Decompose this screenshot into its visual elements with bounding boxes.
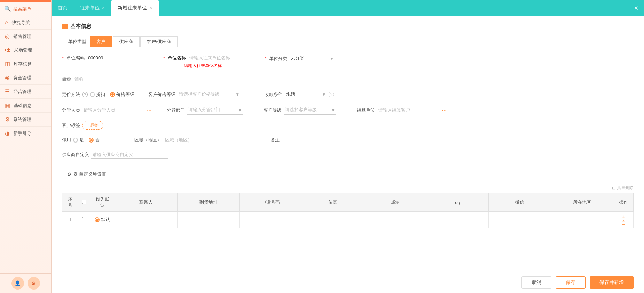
disabled-radio-no[interactable]: 否 <box>89 137 100 143</box>
sidebar-item-operations[interactable]: ☰ 经营管理 <box>0 85 51 99</box>
tab-bar-global-close[interactable]: ✕ <box>628 5 644 11</box>
sidebar-item-label: 采购管理 <box>14 47 32 53</box>
manager-ellipsis[interactable]: ··· <box>146 107 153 113</box>
row-address[interactable] <box>177 212 239 228</box>
region-table-input[interactable] <box>555 217 610 222</box>
email-input[interactable] <box>368 217 423 222</box>
save-new-button[interactable]: 保存并新增 <box>590 276 634 289</box>
unit-type-row: 单位类型 客户 供应商 客户/供应商 <box>62 36 634 47</box>
tab-contacts[interactable]: 往来单位 ✕ <box>74 0 111 16</box>
region-ellipsis[interactable]: ··· <box>228 137 236 143</box>
sidebar-search[interactable]: 🔍 搜索菜单 <box>0 2 51 16</box>
address-input[interactable] <box>181 217 236 222</box>
sidebar-settings[interactable]: ⚙ <box>28 277 40 290</box>
supplier-custom-input[interactable] <box>91 150 168 159</box>
radio-discount-label: 折扣 <box>96 91 105 98</box>
payment-help-icon[interactable]: ? <box>329 92 334 97</box>
sidebar-item-sales[interactable]: ◎ 销售管理 <box>0 30 51 43</box>
sidebar-item-system[interactable]: ⚙ 系统管理 <box>0 113 51 127</box>
pricing-radio-discount[interactable]: 折扣 <box>90 91 105 98</box>
sidebar-item-purchase[interactable]: 🛍 采购管理 <box>0 43 51 57</box>
custom-settings-button[interactable]: ⚙ ⚙ 自定义项设置 <box>62 169 111 179</box>
add-tag-button[interactable]: + 标签 <box>82 121 103 130</box>
unit-type-btn-both[interactable]: 客户/供应商 <box>140 36 178 47</box>
batch-delete-label[interactable]: 批量删除 <box>617 185 634 191</box>
region-input[interactable] <box>164 136 226 144</box>
row-fax[interactable] <box>302 212 364 228</box>
tags-label: 客户标签 <box>62 122 80 129</box>
unit-code-input[interactable] <box>87 54 149 62</box>
remark-input[interactable] <box>282 136 379 144</box>
row-checkbox-input[interactable] <box>82 217 86 221</box>
contact-input[interactable] <box>119 217 174 222</box>
col-phone: 电话号码 <box>239 193 302 212</box>
delete-row-button[interactable]: 🗑 <box>620 220 627 225</box>
table-header-row: 序号 设为默认 联系人 到货地址 电话号码 传真 邮箱 qq 微信 所在地区 操… <box>62 193 634 212</box>
qq-input[interactable] <box>430 217 485 222</box>
chevron-down-icon-5: ▾ <box>332 107 335 113</box>
col-action: 操作 <box>613 193 634 212</box>
phone-input[interactable] <box>243 217 298 222</box>
header-checkbox[interactable] <box>82 200 86 204</box>
unit-category-dropdown-btn[interactable] <box>337 57 349 60</box>
pricing-row: 定价方法 ? 折扣 价格等级 客户价格等级 请选择客户价格等级 <box>62 90 634 99</box>
basic-icon: ▦ <box>5 102 10 109</box>
sales-icon: ◎ <box>5 33 10 40</box>
row-qq[interactable] <box>426 212 489 228</box>
settlement-unit-input[interactable] <box>377 106 438 114</box>
tab-home[interactable]: 首页 <box>52 0 74 16</box>
row-wechat[interactable] <box>489 212 551 228</box>
fax-input[interactable] <box>306 217 361 222</box>
sidebar-bottom: 👤 ⚙ <box>0 273 51 293</box>
sidebar-item-quick-nav[interactable]: ⌂ 快捷导航 <box>0 16 51 30</box>
short-name-input[interactable] <box>73 75 150 83</box>
required-star-cat: * <box>265 56 266 61</box>
row-action: + 🗑 <box>613 212 634 228</box>
sidebar-item-finance[interactable]: ◉ 资金管理 <box>0 71 51 85</box>
sidebar-item-basic[interactable]: ▦ 基础信息 <box>0 99 51 113</box>
supplier-custom-label: 供应商自定义 <box>62 152 89 158</box>
row-email[interactable] <box>364 212 426 228</box>
sidebar-item-label: 销售管理 <box>13 33 31 40</box>
radio-no-label: 否 <box>95 137 100 143</box>
manager-label: 分管人员 <box>62 107 80 113</box>
short-name-field: 简称 <box>62 75 150 83</box>
sidebar-item-guide[interactable]: ◑ 新手引导 <box>0 127 51 140</box>
manager-input[interactable] <box>82 106 143 114</box>
payment-terms-value: 现结 <box>285 90 327 99</box>
unit-type-btn-supplier[interactable]: 供应商 <box>113 36 140 47</box>
row-phone[interactable] <box>239 212 302 228</box>
customer-level-wrapper[interactable]: 请选择客户等级 ▾ <box>284 105 336 115</box>
col-checkbox <box>78 193 90 212</box>
row-default[interactable]: 默认 <box>90 212 115 228</box>
department-wrapper[interactable]: 请输入分管部门 ▾ <box>187 105 243 115</box>
disabled-radio-yes[interactable]: 是 <box>73 137 84 143</box>
pricing-help-icon[interactable]: ? <box>82 92 88 97</box>
unit-type-btn-customer[interactable]: 客户 <box>90 36 112 47</box>
sidebar: 🔍 搜索菜单 ⌂ 快捷导航 ◎ 销售管理 🛍 采购管理 ◫ 库存核算 ◉ 资金管… <box>0 0 52 293</box>
save-button[interactable]: 保存 <box>556 276 586 289</box>
row-checkbox[interactable] <box>78 212 90 228</box>
settlement-ellipsis[interactable]: ··· <box>440 107 448 113</box>
unit-name-input[interactable] <box>188 54 251 62</box>
row-contact[interactable] <box>115 212 177 228</box>
unit-name-label: 单位名称 <box>168 55 186 61</box>
pricing-radio-level[interactable]: 价格等级 <box>110 91 134 98</box>
sidebar-avatar[interactable]: 👤 <box>11 277 24 290</box>
cancel-button[interactable]: 取消 <box>521 276 551 289</box>
row-region[interactable] <box>551 212 613 228</box>
tab-new-contact-close[interactable]: ✕ <box>149 6 152 10</box>
add-row-button[interactable]: + <box>621 214 626 220</box>
customer-price-level-wrapper[interactable]: 请选择客户价格等级 ▾ <box>178 90 240 99</box>
tab-new-contact[interactable]: 新增往来单位 ✕ <box>111 0 159 16</box>
unit-category-value: 未分类 <box>289 54 335 63</box>
tab-contacts-close[interactable]: ✕ <box>102 6 105 10</box>
default-radio[interactable]: 默认 <box>94 217 111 223</box>
unit-category-select-wrapper: 未分类 ▾ <box>289 54 335 63</box>
remark-field: 备注 <box>270 136 379 144</box>
wechat-input[interactable] <box>492 217 547 222</box>
sidebar-item-inventory[interactable]: ◫ 库存核算 <box>0 57 51 71</box>
section-title: 基本信息 <box>70 23 91 30</box>
section-header: F 基本信息 <box>62 23 634 30</box>
payment-terms-wrapper[interactable]: 现结 ▾ <box>285 90 327 99</box>
